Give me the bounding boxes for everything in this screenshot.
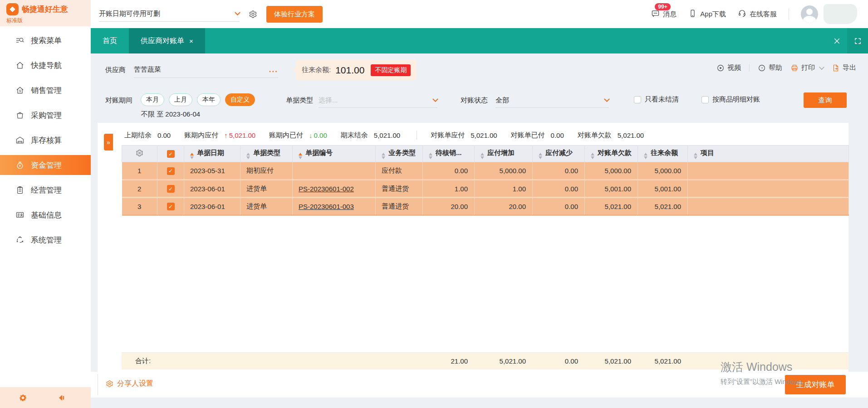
column-header-project[interactable]: 项目: [688, 146, 849, 162]
cell-pending: 20.00: [423, 198, 475, 215]
column-settings-header[interactable]: [122, 146, 157, 162]
sort-arrows-icon[interactable]: [246, 153, 250, 159]
period-pill[interactable]: 上月: [169, 93, 192, 106]
row-checkbox[interactable]: ✓: [157, 198, 184, 215]
status-select[interactable]: 全部: [495, 93, 609, 108]
messages-button[interactable]: 99+ 消息: [651, 9, 677, 19]
period-pill[interactable]: 本年: [197, 93, 221, 106]
column-label: 单据编号: [305, 149, 333, 156]
period-pill[interactable]: 自定义: [225, 93, 255, 106]
sidebar-item-basic-info[interactable]: 基础信息: [0, 205, 91, 225]
cell-doc_type: 期初应付: [240, 162, 293, 180]
help-button[interactable]: ?帮助: [758, 63, 782, 72]
table-row[interactable]: 2✓2023-06-01进货单PS-20230601-002普通进货1.001.…: [122, 180, 849, 198]
table-row[interactable]: 3✓2023-06-01进货单PS-20230601-003普通进货20.002…: [122, 198, 849, 215]
fullscreen-icon[interactable]: [847, 28, 868, 53]
sidebar-item-search-menu[interactable]: 搜索菜单: [0, 30, 91, 50]
column-header-balance[interactable]: 往来余额: [638, 146, 688, 162]
sidebar-item-sales-management[interactable]: $销售管理: [0, 80, 91, 100]
user-avatar[interactable]: [801, 5, 818, 23]
status-label: 对账状态: [461, 96, 488, 105]
query-button[interactable]: 查询: [804, 92, 847, 108]
collapse-sidebar-icon[interactable]: [57, 393, 66, 402]
chevron-down-icon[interactable]: [819, 64, 824, 69]
period-pill[interactable]: 本月: [141, 93, 164, 106]
account-set-select[interactable]: 开账日期可停用可删: [99, 6, 240, 22]
sort-arrows-icon[interactable]: [382, 153, 385, 159]
status-value: 全部: [495, 96, 509, 105]
table-row[interactable]: 1✓2023-05-31期初应付应付款0.005,000.000.005,000…: [122, 162, 849, 180]
generate-statement-button[interactable]: 生成对账单: [785, 375, 846, 394]
app-download-button[interactable]: App下载: [688, 9, 726, 19]
column-header-doc_type[interactable]: 单据类型: [240, 146, 293, 162]
sort-arrows-icon[interactable]: [644, 153, 647, 159]
sidebar-item-inventory-accounting[interactable]: 库存核算: [0, 130, 91, 150]
sort-arrows-icon[interactable]: [591, 153, 594, 159]
column-header-doc_no[interactable]: 单据编号: [293, 146, 376, 162]
sort-arrows-icon[interactable]: [299, 153, 302, 159]
date-range-field[interactable]: 不限 至 2023-06-04: [141, 110, 200, 119]
online-service-button[interactable]: 在线客服: [738, 9, 777, 19]
brand-name: 畅捷通好生意: [22, 4, 68, 15]
cell-date: 2023-06-01: [184, 180, 240, 198]
sidebar-item-quick-nav[interactable]: 快捷导航: [0, 55, 91, 75]
sort-arrows-icon[interactable]: [694, 153, 697, 159]
settings-gear-icon[interactable]: [249, 10, 257, 19]
export-button[interactable]: 导出: [832, 63, 856, 72]
row-checkbox[interactable]: ✓: [157, 180, 184, 198]
sort-arrows-icon[interactable]: [190, 153, 194, 159]
doc-type-select[interactable]: 选择...: [319, 93, 437, 108]
column-header-date[interactable]: 单据日期: [184, 146, 240, 162]
more-suppliers-ellipsis-icon[interactable]: ...: [269, 65, 278, 74]
print-button[interactable]: 打印: [790, 63, 824, 72]
column-header-decrease[interactable]: 应付减少: [533, 146, 585, 162]
supplier-value: 苦苦蔬菜: [134, 65, 161, 74]
column-header-owed[interactable]: 对账单欠款: [585, 146, 638, 162]
doc-number-link[interactable]: PS-20230601-002: [299, 185, 354, 193]
column-label: 项目: [701, 149, 714, 156]
phone-icon: [688, 9, 697, 19]
sidebar-item-label: 资金管理: [31, 160, 62, 170]
cell-balance: 5,021.00: [638, 198, 688, 215]
play-circle-icon: [716, 64, 725, 72]
sidebar-item-funds-management[interactable]: ¥资金管理: [0, 155, 91, 175]
close-icon[interactable]: ×: [189, 37, 193, 45]
unsettled-only-checkbox[interactable]: 只看未结清: [634, 95, 679, 104]
column-header-pending[interactable]: 待核销...: [423, 146, 475, 162]
clipboard-icon: [15, 185, 25, 194]
page-actions: 视频?帮助打印导出: [708, 63, 856, 72]
cell-biz_type: 应付款: [376, 162, 423, 180]
by-product-detail-checkbox[interactable]: 按商品明细对账: [701, 95, 760, 104]
cell-owed: 5,021.00: [585, 198, 638, 215]
row-checkbox[interactable]: ✓: [157, 162, 184, 180]
supplier-select-field[interactable]: 苦苦蔬菜 ...: [134, 62, 278, 78]
cell-balance: 5,000.00: [638, 162, 688, 180]
try-industry-solution-button[interactable]: 体验行业方案: [266, 6, 323, 23]
cell-owed: 5,001.00: [585, 180, 638, 198]
sort-arrows-icon[interactable]: [429, 153, 432, 159]
column-label: 应付减少: [545, 149, 573, 156]
balance-bubble: 往来余额: 101.00 不固定账期: [296, 60, 417, 80]
column-header-biz_type[interactable]: 业务类型: [376, 146, 423, 162]
tab-supplier-statement[interactable]: 供应商对账单×: [129, 28, 205, 53]
sidebar-item-purchase-management[interactable]: 采购管理: [0, 105, 91, 125]
expand-panel-handle[interactable]: »: [104, 134, 113, 151]
sidebar-item-label: 搜索菜单: [31, 35, 62, 46]
sidebar-item-label: 采购管理: [31, 110, 62, 121]
sort-arrows-icon[interactable]: [481, 153, 484, 159]
cell-doc_no: PS-20230601-003: [293, 198, 376, 215]
close-all-tabs-icon[interactable]: [826, 28, 847, 53]
video-button[interactable]: 视频: [716, 63, 741, 72]
total-pending: 21.00: [422, 353, 474, 369]
sidebar-item-system-management[interactable]: 系统管理: [0, 230, 91, 250]
column-header-increase[interactable]: 应付增加: [475, 146, 533, 162]
tab-home[interactable]: 首页: [91, 28, 129, 53]
sort-arrows-icon[interactable]: [539, 153, 542, 159]
doc-number-link[interactable]: PS-20230601-003: [299, 203, 354, 210]
sidebar-settings-gear-icon[interactable]: [19, 393, 27, 402]
sidebar-item-operations-management[interactable]: 经营管理: [0, 180, 91, 200]
cell-project: [688, 198, 849, 215]
sidebar-menu: 搜索菜单快捷导航$销售管理采购管理库存核算¥资金管理经营管理基础信息系统管理: [0, 30, 91, 255]
share-settings-button[interactable]: 分享人设置: [106, 379, 153, 389]
select-all-checkbox[interactable]: ✓: [157, 146, 184, 162]
